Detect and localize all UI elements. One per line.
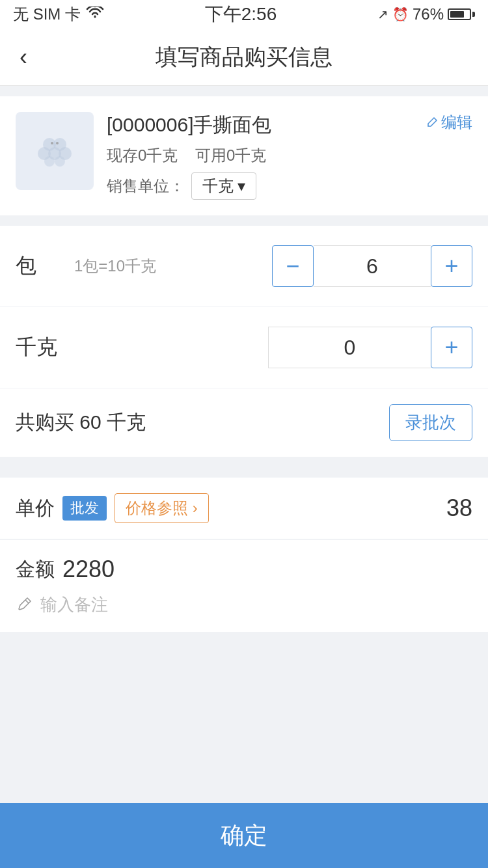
product-unit-row: 销售单位： 千克 ▾ xyxy=(107,172,472,200)
total-text: 共购买 60 千克 xyxy=(16,409,146,436)
pencil-icon xyxy=(16,596,34,614)
svg-point-8 xyxy=(56,142,59,144)
alarm-icon: ⏰ xyxy=(392,7,409,22)
remark-row[interactable]: 输入备注 xyxy=(16,593,472,616)
qty-section: 包 1包=10千克 − + 千克 + xyxy=(0,226,488,388)
product-image xyxy=(16,112,94,190)
wifi-icon xyxy=(86,5,104,23)
empty-area xyxy=(0,632,488,827)
qty-row-kg: 千克 + xyxy=(0,307,488,388)
page-title: 填写商品购买信息 xyxy=(156,42,332,72)
qty-increase-bao[interactable]: + xyxy=(431,245,472,287)
product-stock: 现存0千克 可用0千克 xyxy=(107,145,472,166)
location-icon: ↗ xyxy=(377,7,388,22)
status-right: ↗ ⏰ 76% xyxy=(377,5,475,23)
qty-label-kg: 千克 xyxy=(16,333,68,362)
product-name: [0000006]手撕面包 xyxy=(107,112,271,139)
edit-button[interactable]: 编辑 xyxy=(426,112,472,133)
price-ref-button[interactable]: 价格参照 › xyxy=(115,493,209,523)
unit-select[interactable]: 千克 ▾ xyxy=(191,172,256,200)
product-info: [0000006]手撕面包 编辑 现存0千克 可用0千克 销售单位： 千克 ▾ xyxy=(107,112,472,200)
battery-icon xyxy=(448,8,475,20)
status-time: 下午2:56 xyxy=(205,2,277,27)
qty-controls-bao: − + xyxy=(272,245,472,287)
remark-placeholder: 输入备注 xyxy=(40,593,108,616)
qty-input-kg[interactable] xyxy=(268,327,431,368)
price-label: 单价 xyxy=(16,495,55,522)
svg-point-6 xyxy=(55,156,65,167)
status-left: 无 SIM 卡 xyxy=(13,4,104,25)
divider-2 xyxy=(0,457,488,467)
amount-label: 金额 xyxy=(16,556,55,583)
svg-point-5 xyxy=(44,156,55,167)
batch-button[interactable]: 录批次 xyxy=(389,404,472,441)
confirm-button[interactable]: 确定 xyxy=(0,803,488,868)
qty-hint-bao: 1包=10千克 xyxy=(68,256,272,277)
battery-text: 76% xyxy=(413,5,444,23)
total-section: 共购买 60 千克 录批次 xyxy=(0,388,488,457)
chevron-down-icon: ▾ xyxy=(237,177,245,195)
price-value: 38 xyxy=(446,495,472,522)
svg-point-7 xyxy=(51,142,53,144)
back-button[interactable]: ‹ xyxy=(13,37,34,77)
price-section: 单价 批发 价格参照 › 38 xyxy=(0,478,488,539)
price-tag: 批发 xyxy=(62,496,107,521)
qty-controls-kg: + xyxy=(268,327,472,368)
qty-increase-kg[interactable]: + xyxy=(431,327,472,368)
carrier-text: 无 SIM 卡 xyxy=(13,4,81,25)
status-bar: 无 SIM 卡 下午2:56 ↗ ⏰ 76% xyxy=(0,0,488,29)
amount-section: 金额 2280 输入备注 xyxy=(0,540,488,632)
divider-1 xyxy=(0,215,488,226)
product-card: [0000006]手撕面包 编辑 现存0千克 可用0千克 销售单位： 千克 ▾ xyxy=(0,96,488,215)
qty-input-bao[interactable] xyxy=(314,245,431,287)
qty-decrease-bao[interactable]: − xyxy=(272,245,314,287)
amount-value: 2280 xyxy=(62,556,115,583)
nav-bar: ‹ 填写商品购买信息 xyxy=(0,29,488,86)
qty-row-bao: 包 1包=10千克 − + xyxy=(0,226,488,307)
price-label-row: 单价 批发 价格参照 › xyxy=(16,493,209,523)
qty-label-bao: 包 xyxy=(16,252,68,280)
amount-row: 金额 2280 xyxy=(16,556,472,583)
